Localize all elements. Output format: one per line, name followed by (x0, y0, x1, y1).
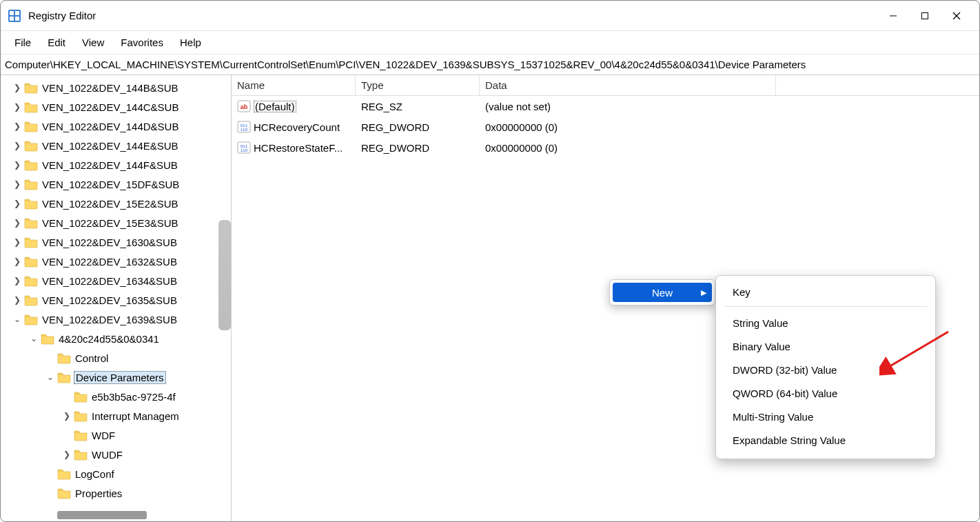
address-bar[interactable]: Computer\HKEY_LOCAL_MACHINE\SYSTEM\Curre… (1, 54, 979, 75)
chevron-right-icon[interactable]: ❯ (12, 257, 23, 266)
svg-rect-3 (10, 17, 14, 21)
column-header-name[interactable]: Name (232, 75, 356, 95)
chevron-right-icon[interactable]: ❯ (12, 276, 23, 285)
tree-item[interactable]: ❯VEN_1022&DEV_1634&SUB (1, 271, 231, 290)
tree-item[interactable]: ❯VEN_1022&DEV_1635&SUB (1, 290, 231, 310)
tree-item-label: VEN_1022&DEV_1639&SUB (41, 313, 178, 326)
value-name: (Default) (254, 101, 296, 112)
tree-item-label: VEN_1022&DEV_144C&SUB (41, 101, 180, 114)
tree-item[interactable]: ▸Properties (1, 483, 231, 503)
menu-help[interactable]: Help (172, 34, 210, 51)
tree-item[interactable]: ❯VEN_1022&DEV_1632&SUB (1, 252, 231, 271)
tree-item[interactable]: ⌄4&20c24d55&0&0341 (1, 329, 231, 348)
tree-item[interactable]: ❯VEN_1022&DEV_15DF&SUB (1, 174, 231, 194)
chevron-right-icon[interactable]: ❯ (12, 102, 23, 112)
tree-item-label: VEN_1022&DEV_1635&SUB (41, 294, 178, 307)
value-type: REG_DWORD (356, 142, 480, 154)
chevron-down-icon[interactable]: ⌄ (45, 372, 56, 382)
svg-rect-1 (10, 11, 14, 15)
chevron-right-icon[interactable]: ❯ (61, 411, 72, 421)
tree-item[interactable]: ▸e5b3b5ac-9725-4f (1, 387, 231, 406)
list-header: Name Type Data (232, 75, 979, 96)
chevron-right-icon[interactable]: ❯ (12, 160, 23, 170)
tree-item[interactable]: ❯VEN_1022&DEV_144E&SUB (1, 136, 231, 155)
context-item-binary-value[interactable]: Binary Value (716, 334, 935, 358)
context-item-key[interactable]: Key (716, 280, 935, 303)
menu-edit[interactable]: Edit (39, 34, 74, 51)
menu-file[interactable]: File (6, 34, 39, 51)
context-item-multistring-value[interactable]: Multi-String Value (716, 405, 935, 428)
tree-item-label: Interrupt Managem (90, 410, 181, 423)
tree-item[interactable]: ⌄VEN_1022&DEV_1639&SUB (1, 310, 231, 329)
tree-item-label: Device Parameters (74, 371, 166, 384)
chevron-right-icon[interactable]: ❯ (12, 179, 23, 189)
value-name: HCRecoveryCount (254, 121, 340, 133)
tree-item[interactable]: ▸WDF (1, 425, 231, 445)
chevron-down-icon[interactable]: ⌄ (28, 334, 39, 343)
tree-item-label: VEN_1022&DEV_144F&SUB (41, 159, 179, 172)
tree-item-label: VEN_1022&DEV_144B&SUB (41, 81, 180, 94)
tree-vertical-scrollbar[interactable] (218, 220, 231, 330)
value-type: REG_SZ (356, 101, 480, 112)
tree-item-label: 4&20c24d55&0&0341 (57, 332, 161, 345)
tree-item[interactable]: ⌄Device Parameters (1, 368, 231, 387)
column-header-data[interactable]: Data (480, 75, 776, 95)
context-separator (724, 306, 927, 307)
maximize-button[interactable] (909, 5, 941, 27)
context-item-new[interactable]: New ▶ (613, 283, 712, 302)
menubar: File Edit View Favorites Help (1, 31, 979, 54)
context-item-dword-value[interactable]: DWORD (32-bit) Value (716, 358, 935, 381)
chevron-right-icon[interactable]: ❯ (12, 141, 23, 150)
close-button[interactable] (941, 5, 972, 27)
tree-item[interactable]: ❯Interrupt Managem (1, 406, 231, 425)
column-header-type[interactable]: Type (356, 75, 480, 95)
chevron-down-icon[interactable]: ⌄ (12, 314, 23, 324)
context-item-string-value[interactable]: String Value (716, 311, 935, 334)
chevron-right-icon[interactable]: ❯ (12, 295, 23, 305)
chevron-right-icon[interactable]: ❯ (12, 83, 23, 92)
context-item-new-label: New (652, 287, 673, 299)
chevron-right-icon[interactable]: ❯ (12, 199, 23, 208)
context-item-qword-value[interactable]: QWORD (64-bit) Value (716, 381, 935, 405)
tree-item[interactable]: ❯VEN_1022&DEV_144B&SUB (1, 78, 231, 97)
tree-item-label: Control (74, 352, 110, 365)
tree-item[interactable]: ❯VEN_1022&DEV_144D&SUB (1, 117, 231, 136)
tree-item[interactable]: ▸Control (1, 348, 231, 368)
tree-item[interactable]: ❯VEN_1022&DEV_1630&SUB (1, 232, 231, 252)
menu-favorites[interactable]: Favorites (112, 34, 172, 51)
chevron-right-icon[interactable]: ❯ (12, 218, 23, 228)
value-row[interactable]: 011110HCRestoreStateF...REG_DWORD0x00000… (232, 137, 979, 158)
tree-item-label: Properties (74, 487, 123, 500)
list-pane: Name Type Data ab(Default)REG_SZ(value n… (232, 75, 979, 521)
tree-item[interactable]: ❯VEN_1022&DEV_144C&SUB (1, 97, 231, 117)
chevron-right-icon[interactable]: ❯ (61, 450, 72, 459)
value-row[interactable]: ab(Default)REG_SZ(value not set) (232, 96, 979, 117)
value-type: REG_DWORD (356, 121, 480, 133)
tree-item[interactable]: ❯WUDF (1, 445, 231, 464)
tree-item-label: VEN_1022&DEV_15DF&SUB (41, 178, 181, 191)
tree-item[interactable]: ❯VEN_1022&DEV_144F&SUB (1, 155, 231, 174)
value-row[interactable]: 011110HCRecoveryCountREG_DWORD0x00000000… (232, 117, 979, 137)
context-item-expandable-string-value[interactable]: Expandable String Value (716, 428, 935, 452)
tree-horizontal-scrollbar[interactable] (1, 509, 231, 521)
tree-item-label: VEN_1022&DEV_15E2&SUB (41, 197, 180, 210)
minimize-button[interactable] (877, 5, 909, 27)
chevron-right-icon[interactable]: ❯ (12, 237, 23, 247)
svg-text:ab: ab (241, 103, 248, 110)
tree-item[interactable]: ❯VEN_1022&DEV_15E2&SUB (1, 194, 231, 213)
chevron-right-icon[interactable]: ❯ (12, 121, 23, 131)
svg-text:110: 110 (241, 128, 248, 132)
context-menu-primary: New ▶ (609, 279, 715, 305)
tree-item-label: WUDF (90, 448, 124, 461)
tree-item[interactable]: ▸LogConf (1, 464, 231, 483)
tree-item-label: WDF (90, 429, 116, 442)
svg-rect-2 (15, 11, 19, 15)
tree-pane: ❯VEN_1022&DEV_144B&SUB❯VEN_1022&DEV_144C… (1, 75, 232, 521)
app-icon (8, 9, 21, 23)
content-area: ❯VEN_1022&DEV_144B&SUB❯VEN_1022&DEV_144C… (1, 75, 979, 521)
tree-item[interactable]: ❯VEN_1022&DEV_15E3&SUB (1, 213, 231, 232)
tree-item-label: VEN_1022&DEV_1630&SUB (41, 236, 178, 249)
menu-view[interactable]: View (74, 34, 112, 51)
registry-editor-window: Registry Editor File Edit View Favorites… (0, 0, 980, 522)
tree-item-label: VEN_1022&DEV_15E3&SUB (41, 217, 180, 230)
